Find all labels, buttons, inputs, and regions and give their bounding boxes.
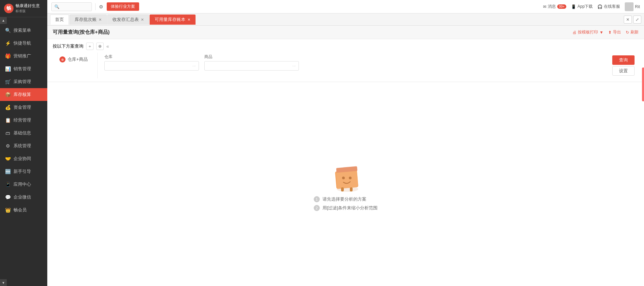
empty-tip-1: 1 请先选择要分析的方案 <box>314 196 378 202</box>
shortcut-icon: ⚡ <box>5 41 11 46</box>
finance-icon: 💰 <box>5 105 11 110</box>
online-service-item[interactable]: 🎧 在线客服 <box>597 4 620 9</box>
scheme-label: 仓库+商品 <box>68 56 88 62</box>
purchase-icon: 🛒 <box>5 79 11 84</box>
message-label: 消息 <box>548 4 556 9</box>
app-download-item[interactable]: 📱 App下载 <box>571 4 593 9</box>
page-title: 可用量查询(按仓库+商品) <box>53 29 110 35</box>
message-icon: ✉ <box>543 4 546 9</box>
sidebar-item-search[interactable]: 🔍 搜索菜单 <box>0 24 47 37</box>
empty-svg <box>329 157 366 194</box>
tab-receipt-summary-label: 收发存汇总表 <box>112 17 139 23</box>
sidebar-item-purchase[interactable]: 🛒 采购管理 <box>0 75 47 88</box>
sidebar-item-enterprise[interactable]: 🤝 企业协同 <box>0 152 47 165</box>
tip-num-2: 2 <box>314 205 320 211</box>
service-icon: 🎧 <box>597 4 602 9</box>
svg-rect-7 <box>350 187 353 191</box>
topbar-right-actions: ✉ 消息 99+ 📱 App下载 🎧 在线客服 Rit <box>543 2 640 11</box>
sidebar-item-system[interactable]: ⚙ 系统管理 <box>0 139 47 152</box>
inventory-icon: 📦 <box>5 92 11 97</box>
tab-batch-ledger[interactable]: 库存批次账 ✕ <box>70 15 107 25</box>
gear-icon[interactable]: ⚙ <box>99 4 103 9</box>
svg-rect-6 <box>341 187 344 191</box>
tab-available-ledger-label: 可用量库存账本 <box>155 17 185 23</box>
query-header: 按以下方案查询 ＋ ⊕ « <box>53 43 639 50</box>
sidebar: 畅 畅康通好生意 标准版 ▲ 🔍 搜索菜单 ⚡ 快捷导航 🎁 营销推广 <box>0 0 47 286</box>
add-scheme-button[interactable]: ＋ <box>86 43 94 50</box>
tip-num-1: 1 <box>314 196 320 202</box>
scroll-up-btn[interactable]: ▲ <box>0 17 7 24</box>
product-more-icon[interactable]: ··· <box>292 63 296 68</box>
logo-icon: 畅 <box>4 4 14 13</box>
refresh-icon: ↻ <box>626 30 629 35</box>
query-header-label: 按以下方案查询 <box>53 43 83 49</box>
sidebar-item-finance[interactable]: 💰 资金管理 <box>0 101 47 114</box>
tab-available-ledger[interactable]: 可用量库存账本 ✕ <box>150 15 196 25</box>
sidebar-item-basic[interactable]: 🗃 基础信息 <box>0 127 47 139</box>
message-badge: 99+ <box>557 4 566 9</box>
tab-batch-ledger-label: 库存批次账 <box>75 17 97 23</box>
scroll-down-btn[interactable]: ▼ <box>0 279 7 286</box>
scheme-item-warehouse-product[interactable]: ⊕ 仓库+商品 <box>57 55 91 64</box>
warehouse-filter-field: 仓库 ··· <box>104 54 199 71</box>
tab-batch-ledger-close[interactable]: ✕ <box>99 18 102 22</box>
message-item[interactable]: ✉ 消息 99+ <box>543 4 566 9</box>
sidebar-item-operations[interactable]: 📋 经营管理 <box>0 114 47 127</box>
svg-rect-3 <box>336 171 358 189</box>
tab-available-ledger-close[interactable]: ✕ <box>187 18 190 22</box>
warehouse-more-icon[interactable]: ··· <box>192 63 196 68</box>
product-input[interactable] <box>207 63 291 68</box>
empty-state: 1 请先选择要分析的方案 2 用[过滤]条件来缩小分析范围 <box>47 82 644 286</box>
tab-right-buttons: ✕ ⤢ <box>624 16 641 24</box>
promo-button[interactable]: 体验行业方案 <box>107 2 139 11</box>
topbar-search-box[interactable]: 🔍 <box>51 2 92 11</box>
settings-button[interactable]: 设置 <box>612 66 635 76</box>
query-right-panel: 仓库 ··· 商品 ··· <box>100 53 639 78</box>
export-icon: ⬆ <box>608 30 612 35</box>
tab-home[interactable]: 首页 <box>50 15 69 25</box>
operations-icon: 📋 <box>5 118 11 123</box>
sidebar-item-inventory[interactable]: 📦 库存核算 <box>0 88 47 101</box>
expand-tab-button[interactable]: ⤢ <box>633 16 641 24</box>
query-button-area: 查询 设置 <box>612 54 635 77</box>
sidebar-item-appcenter[interactable]: 📱 应用中心 <box>0 178 47 191</box>
query-filters: ⊕ 仓库+商品 仓库 ··· <box>53 53 639 78</box>
warehouse-input[interactable] <box>107 63 191 68</box>
tabbar: 首页 库存批次账 ✕ 收发存汇总表 ✕ 可用量库存账本 ✕ ✕ ⤢ <box>47 14 644 26</box>
query-button[interactable]: 查询 <box>612 55 635 65</box>
app-download-icon: 📱 <box>571 4 576 9</box>
sidebar-item-wechat[interactable]: 💬 企业微信 <box>0 191 47 204</box>
search-input[interactable] <box>59 4 86 9</box>
tab-receipt-summary[interactable]: 收发存汇总表 ✕ <box>107 15 149 25</box>
sidebar-item-guide[interactable]: 🆕 新手引导 <box>0 165 47 178</box>
sidebar-item-sales[interactable]: 📊 销售管理 <box>0 62 47 75</box>
sidebar-item-marketing[interactable]: 🎁 营销推广 <box>0 50 47 62</box>
topbar: 🔍 ⚙ 体验行业方案 ✉ 消息 99+ 📱 App下载 🎧 在线客 <box>47 0 644 14</box>
tab-receipt-summary-close[interactable]: ✕ <box>141 18 144 22</box>
product-filter-field: 商品 ··· <box>204 54 299 71</box>
print-dropdown-icon[interactable]: ▼ <box>599 30 603 35</box>
app-logo: 畅 畅康通好生意 标准版 <box>4 3 43 14</box>
search-icon: 🔍 <box>5 28 11 33</box>
product-filter-input-wrapper: ··· <box>204 61 299 71</box>
warehouse-filter-input-wrapper: ··· <box>104 61 199 71</box>
right-edge-indicator <box>642 68 644 101</box>
search-icon: 🔍 <box>54 4 59 9</box>
online-service-label: 在线客服 <box>604 4 620 9</box>
manage-scheme-button[interactable]: ⊕ <box>96 43 104 50</box>
user-avatar-area[interactable]: Rit <box>625 2 640 11</box>
refresh-action[interactable]: ↻ 刷新 <box>626 29 639 35</box>
app-name-block: 畅康通好生意 标准版 <box>16 3 40 14</box>
close-all-tabs-button[interactable]: ✕ <box>624 16 632 24</box>
tip-text-1: 请先选择要分析的方案 <box>323 196 366 202</box>
empty-tip-2: 2 用[过滤]条件来缩小分析范围 <box>314 205 378 211</box>
scheme-icon: ⊕ <box>59 56 66 62</box>
sidebar-item-member[interactable]: 👑 畅会员 <box>0 204 47 216</box>
export-action[interactable]: ⬆ 导出 <box>608 29 621 35</box>
collapse-query-button[interactable]: « <box>106 44 109 49</box>
sidebar-menu: 🔍 搜索菜单 ⚡ 快捷导航 🎁 营销推广 📊 销售管理 🛒 采购管理 📦 <box>0 24 47 279</box>
sidebar-item-shortcut[interactable]: ⚡ 快捷导航 <box>0 37 47 50</box>
query-scheme-panel: ⊕ 仓库+商品 <box>53 53 95 66</box>
member-icon: 👑 <box>5 207 11 213</box>
print-action[interactable]: 🖨 按模板打印 ▼ <box>572 29 603 35</box>
